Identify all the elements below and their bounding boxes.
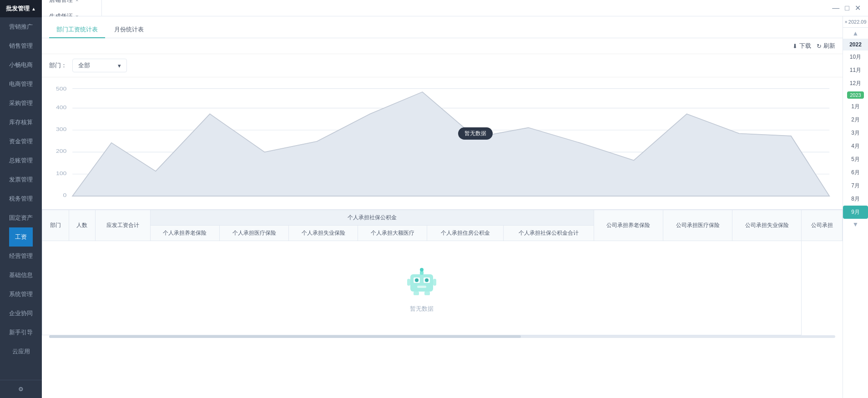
chart-svg: 0 100 200 300 400 500 [49, 85, 835, 202]
empty-row: 暂无数据 [42, 241, 843, 335]
svg-text:500: 500 [56, 86, 67, 92]
date-month-7[interactable]: 7月 [843, 179, 868, 192]
refresh-icon: ↻ [817, 43, 822, 50]
svg-rect-22 [433, 279, 436, 286]
sidebar-collapse-icon: ▲ [31, 6, 36, 11]
sidebar-item-经营管理[interactable]: 经营管理 [9, 247, 33, 266]
th-company-pension: 公司承担养老保险 [594, 210, 663, 241]
sidebar-item-小畅电商[interactable]: 小畅电商 [9, 55, 33, 75]
svg-rect-24 [424, 292, 430, 295]
sidebar-item-工资[interactable]: 工资 [9, 227, 33, 247]
svg-marker-12 [72, 92, 829, 196]
sidebar-item-营销推广[interactable]: 营销推广 [9, 17, 33, 36]
dept-select-value: 全部 [78, 61, 90, 70]
date-month-12[interactable]: 12月 [843, 77, 868, 90]
window-maximize-icon[interactable]: □ [843, 2, 851, 14]
date-sidebar-header: × 2022.09 [843, 16, 868, 28]
dept-filter-label: 部门： [49, 61, 67, 70]
window-close-icon[interactable]: ✕ [853, 2, 863, 14]
sidebar-item-新手引导[interactable]: 新手引导 [9, 323, 33, 342]
filter-bar: 部门： 全部 ▾ [42, 54, 843, 77]
sidebar-item-企业协同[interactable]: 企业协同 [9, 304, 33, 323]
chevron-down-icon: ▾ [118, 62, 121, 69]
svg-text:300: 300 [56, 126, 67, 132]
th-personal-major-medical: 个人承担大额医疗 [358, 226, 427, 241]
date-month-8[interactable]: 8月 [843, 192, 868, 206]
sidebar-item-总账管理[interactable]: 总账管理 [9, 151, 33, 170]
date-month-6[interactable]: 6月 [843, 166, 868, 179]
th-personal-medical: 个人承担医疗保险 [220, 226, 289, 241]
date-year-2022: 2022 [843, 39, 868, 50]
date-nav: ▲ 2022 10月 11月 12月 2023 1月 2月 3月 4月 5月 6… [843, 28, 868, 230]
date-nav-down[interactable]: ▼ [851, 219, 861, 230]
th-personal-pension: 个人承担养老保险 [150, 226, 219, 241]
date-month-11[interactable]: 11月 [843, 64, 868, 77]
sidebar-settings[interactable]: ⚙ [0, 380, 42, 398]
svg-point-16 [415, 278, 419, 282]
main-area: 首页门店商品目录×销售单×店铺管理×生成凭证×应收应付调整单×工资表×工资统计报… [42, 0, 868, 398]
refresh-label: 刷新 [823, 42, 835, 50]
svg-text:0: 0 [63, 192, 67, 198]
sidebar-item-税务管理[interactable]: 税务管理 [9, 189, 33, 208]
sidebar-item-基础信息[interactable]: 基础信息 [9, 266, 33, 285]
date-month-1[interactable]: 1月 [843, 100, 868, 113]
date-month-3[interactable]: 3月 [843, 126, 868, 140]
date-sidebar-close[interactable]: × [844, 19, 847, 25]
sidebar-item-采购管理[interactable]: 采购管理 [9, 94, 33, 113]
th-company-unemployment: 公司承担失业保险 [732, 210, 802, 241]
tab-month-stats[interactable]: 月份统计表 [107, 22, 151, 38]
svg-rect-18 [417, 286, 426, 288]
tab-bar-actions: — □ ✕ [830, 2, 866, 14]
date-month-10[interactable]: 10月 [843, 50, 868, 64]
th-personal-unemployment: 个人承担失业保险 [289, 226, 358, 241]
download-icon: ⬇ [792, 43, 797, 50]
svg-text:100: 100 [56, 170, 67, 176]
scroll-thumb [49, 335, 521, 338]
chart-area: 0 100 200 300 400 500 暂无数 [42, 77, 843, 209]
tab-close-店铺管理[interactable]: × [76, 0, 78, 3]
svg-rect-21 [407, 279, 410, 286]
sidebar-item-云应用[interactable]: 云应用 [9, 342, 33, 361]
scroll-indicator[interactable] [49, 335, 835, 338]
download-button[interactable]: ⬇ 下载 [792, 42, 811, 50]
dept-select[interactable]: 全部 ▾ [72, 59, 127, 72]
refresh-button[interactable]: ↻ 刷新 [817, 42, 835, 50]
data-table: 部门 人数 应发工资合计 个人承担社保公积金 公司承担养老保险 公司承担医疗保险… [42, 210, 843, 335]
svg-rect-19 [420, 271, 424, 275]
sidebar-item-系统管理[interactable]: 系统管理 [9, 285, 33, 304]
date-month-4[interactable]: 4月 [843, 140, 868, 153]
date-sidebar-title: 2022.09 [848, 19, 867, 25]
download-label: 下载 [799, 42, 811, 50]
svg-point-20 [420, 268, 424, 272]
sub-tab-bar: 部门工资统计表 月份统计表 [42, 16, 843, 38]
sidebar-item-固定资产[interactable]: 固定资产 [9, 208, 33, 227]
window-minimize-icon[interactable]: — [830, 2, 841, 14]
th-personal-insurance-total: 个人承担社保公积金合计 [503, 226, 594, 241]
toolbar: ⬇ 下载 ↻ 刷新 [42, 38, 843, 54]
date-month-2[interactable]: 2月 [843, 113, 868, 126]
tab-dept-stats[interactable]: 部门工资统计表 [49, 22, 105, 38]
tab-店铺管理[interactable]: 店铺管理× [44, 0, 102, 8]
date-month-9[interactable]: 9月 [843, 206, 868, 219]
content-area: 部门工资统计表 月份统计表 ⬇ 下载 ↻ 刷新 部门： 全部 ▾ [42, 16, 868, 398]
sidebar-item-发票管理[interactable]: 发票管理 [9, 170, 33, 189]
th-company-other: 公司承担 [802, 210, 843, 241]
sidebar-item-资金管理[interactable]: 资金管理 [9, 132, 33, 151]
sidebar-item-电商管理[interactable]: 电商管理 [9, 75, 33, 94]
page-content: 部门工资统计表 月份统计表 ⬇ 下载 ↻ 刷新 部门： 全部 ▾ [42, 16, 843, 398]
svg-text:400: 400 [56, 104, 67, 111]
svg-point-17 [425, 278, 429, 282]
data-table-wrapper[interactable]: 部门 人数 应发工资合计 个人承担社保公积金 公司承担养老保险 公司承担医疗保险… [42, 209, 843, 398]
th-personal-housing-fund: 个人承担住房公积金 [427, 226, 504, 241]
date-nav-up[interactable]: ▲ [851, 28, 861, 39]
sidebar-item-销售管理[interactable]: 销售管理 [9, 36, 33, 55]
empty-label: 暂无数据 [410, 305, 434, 313]
sidebar-item-库存核算[interactable]: 库存核算 [9, 113, 33, 132]
th-count: 人数 [69, 210, 96, 241]
svg-rect-23 [414, 292, 419, 295]
th-personal-insurance-group: 个人承担社保公积金 [150, 210, 594, 226]
date-year-2023-badge: 2023 [847, 91, 863, 99]
date-sidebar: × 2022.09 ▲ 2022 10月 11月 12月 2023 1月 2月 … [843, 16, 868, 398]
sidebar-header[interactable]: 批发管理 ▲ [0, 0, 42, 17]
date-month-5[interactable]: 5月 [843, 153, 868, 166]
